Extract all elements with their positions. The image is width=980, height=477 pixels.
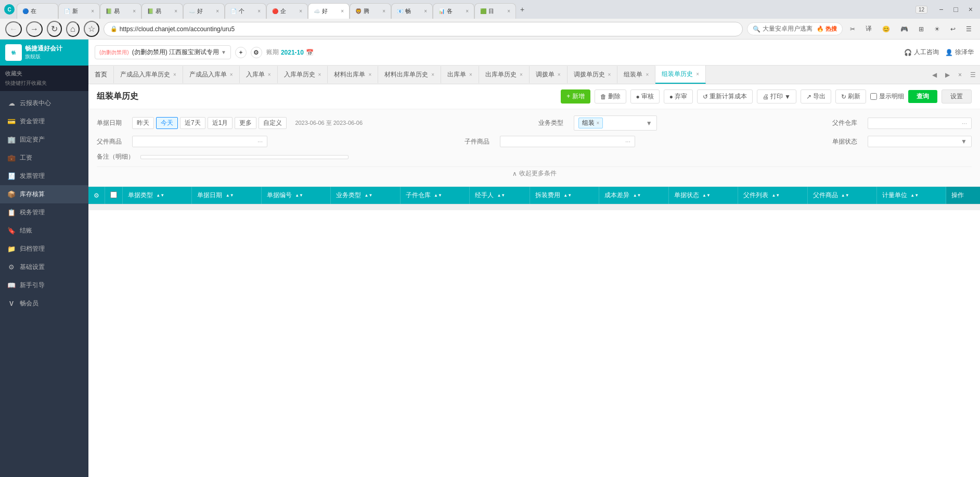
- undo-btn[interactable]: ↩: [947, 24, 959, 34]
- sidebar-item-invoice[interactable]: 🧾 发票管理: [0, 167, 88, 185]
- tab7-close[interactable]: ×: [299, 8, 302, 14]
- combine-history-close[interactable]: ×: [696, 71, 699, 77]
- page-tab-combine-history[interactable]: 组装单历史 ×: [655, 66, 706, 84]
- page-tab-assembly-history[interactable]: 调拨单历史 ×: [568, 66, 618, 83]
- abandon-btn[interactable]: ● 弃审: [664, 89, 693, 104]
- audit-btn[interactable]: ● 审核: [630, 89, 660, 104]
- filter-settings-btn[interactable]: 设置: [942, 89, 972, 104]
- today-btn[interactable]: 今天: [156, 117, 178, 129]
- th-bill-no[interactable]: 单据编号 ▲▼: [261, 187, 330, 204]
- page-tab-out-order[interactable]: 出库单 ×: [441, 66, 479, 83]
- sidebar-item-fixed-assets[interactable]: 🏢 固定资产: [0, 131, 88, 149]
- parent-item-input[interactable]: ···: [132, 136, 267, 147]
- browser-tab-2[interactable]: 📄 新 ×: [58, 3, 100, 19]
- calendar-icon[interactable]: 📅: [306, 49, 314, 56]
- page-tab-home[interactable]: 首页: [88, 66, 114, 83]
- parent-warehouse-input[interactable]: ···: [868, 118, 972, 129]
- sidebar-item-checkout[interactable]: 🔖 结账: [0, 222, 88, 240]
- scissors-btn[interactable]: ✂: [847, 24, 858, 34]
- user-profile-btn[interactable]: 👤 徐泽华: [945, 48, 974, 57]
- company-selector[interactable]: (勿删勿禁用) (勿删勿禁用) 江西服宝测试专用 ▼: [95, 45, 231, 59]
- th-settings[interactable]: ⚙: [88, 187, 105, 204]
- collapse-btn[interactable]: ∧ 收起更多条件: [97, 166, 972, 180]
- query-btn[interactable]: 查询: [908, 90, 937, 103]
- select-all-checkbox[interactable]: [110, 191, 117, 198]
- material-out-history-close[interactable]: ×: [431, 72, 434, 78]
- browser-tab-6[interactable]: 📄 个 ×: [225, 3, 266, 19]
- th-checkbox[interactable]: [105, 187, 123, 204]
- tab-scroll-left[interactable]: ◀: [928, 68, 941, 82]
- yesterday-btn[interactable]: 昨天: [132, 117, 154, 129]
- th-biz-type[interactable]: 业务类型 ▲▼: [331, 187, 400, 204]
- tab5-close[interactable]: ×: [216, 8, 219, 14]
- page-tab-in-order[interactable]: 入库单 ×: [240, 66, 278, 83]
- tab-close-all[interactable]: ×: [954, 68, 966, 82]
- sidebar-item-guide[interactable]: 📖 新手引导: [0, 276, 88, 294]
- brightness-btn[interactable]: ☀: [931, 24, 943, 34]
- th-cost-diff[interactable]: 成本差异 ▲▼: [599, 187, 668, 204]
- export-btn[interactable]: ↗ 导出: [801, 89, 831, 104]
- sidebar-item-inventory[interactable]: 📦 库存核算: [0, 185, 88, 203]
- page-tab-prod-in-history[interactable]: 产成品入库单历史 ×: [114, 66, 183, 83]
- child-item-input[interactable]: ···: [500, 136, 635, 147]
- browser-tab-8[interactable]: ☁️ 好 ×: [308, 3, 350, 19]
- assembly-history-close[interactable]: ×: [608, 72, 611, 78]
- sidebar-item-cloud-report[interactable]: ☁ 云报表中心: [0, 94, 88, 112]
- out-order-close[interactable]: ×: [469, 72, 472, 78]
- recalc-btn[interactable]: ↺ 重新计算成本: [697, 89, 753, 104]
- page-tab-material-out[interactable]: 材料出库单 ×: [328, 66, 378, 83]
- page-tab-out-history[interactable]: 出库单历史 ×: [479, 66, 530, 83]
- print-btn[interactable]: 🖨 打印 ▼: [757, 89, 796, 104]
- prod-in-history-close[interactable]: ×: [173, 72, 176, 78]
- browser-tab-9[interactable]: 🦁 腾 ×: [350, 3, 391, 19]
- in-history-close[interactable]: ×: [318, 72, 321, 78]
- back-btn[interactable]: ←: [5, 21, 22, 37]
- biz-type-input[interactable]: 组装 × ▼: [574, 115, 657, 131]
- last7-btn[interactable]: 近7天: [180, 117, 205, 129]
- tab10-close[interactable]: ×: [424, 8, 427, 14]
- new-tab-btn[interactable]: +: [516, 5, 528, 14]
- sidebar-item-vip[interactable]: V 畅会员: [0, 294, 88, 313]
- consultant-btn[interactable]: 🎧 人工咨询: [904, 48, 939, 57]
- tab12-close[interactable]: ×: [507, 8, 510, 14]
- tab-more-menu[interactable]: ☰: [966, 68, 980, 82]
- remark-input[interactable]: [140, 155, 349, 159]
- page-tab-in-history[interactable]: 入库单历史 ×: [278, 66, 328, 83]
- home-btn[interactable]: ⌂: [66, 21, 80, 37]
- prod-in-close[interactable]: ×: [230, 72, 233, 78]
- translate-btn[interactable]: 译: [862, 23, 875, 34]
- tab9-close[interactable]: ×: [382, 8, 385, 14]
- page-tab-combine[interactable]: 组装单 ×: [617, 66, 655, 83]
- th-bill-type[interactable]: 单据类型 ▲▼: [123, 187, 192, 204]
- th-disassembly-fee[interactable]: 拆装费用 ▲▼: [530, 187, 599, 204]
- th-parent-item[interactable]: 父件商品 ▲▼: [807, 187, 876, 204]
- reload-btn[interactable]: ↻: [47, 21, 62, 37]
- browser-tab-10[interactable]: 📧 畅 ×: [391, 3, 433, 19]
- address-bar[interactable]: 🔒 https://cloud.chanjet.com/accounting/u…: [104, 22, 743, 36]
- show-detail-checkbox[interactable]: [870, 93, 877, 100]
- th-unit[interactable]: 计量单位 ▲▼: [876, 187, 946, 204]
- th-bill-date[interactable]: 单据日期 ▲▼: [192, 187, 261, 204]
- game-btn[interactable]: 🎮: [897, 24, 911, 34]
- th-bill-status[interactable]: 单据状态 ▲▼: [668, 187, 738, 204]
- browser-tab-4[interactable]: 📗 易 ×: [141, 3, 183, 19]
- page-tab-prod-in[interactable]: 产成品入库单 ×: [183, 66, 240, 83]
- emoji-btn[interactable]: 😊: [879, 24, 893, 34]
- menu-btn[interactable]: ☰: [963, 24, 975, 34]
- status-input[interactable]: ▼: [868, 136, 972, 147]
- custom-date-btn[interactable]: 自定义: [259, 117, 287, 129]
- refresh-btn[interactable]: ↻ 刷新: [835, 89, 866, 104]
- tab2-close[interactable]: ×: [91, 8, 94, 14]
- page-tab-assembly[interactable]: 调拨单 ×: [530, 66, 568, 83]
- in-order-close[interactable]: ×: [268, 72, 271, 78]
- browser-search-bar[interactable]: 🔍 大量安卓用户逃离 🔥 热搜: [747, 22, 843, 35]
- browser-tab-11[interactable]: 📊 各 ×: [433, 3, 474, 19]
- bottom-scrollbar[interactable]: [88, 204, 980, 210]
- more-date-btn[interactable]: 更多: [235, 117, 256, 129]
- tab11-close[interactable]: ×: [466, 8, 469, 14]
- biz-type-tag-close[interactable]: ×: [597, 120, 600, 126]
- combine-close[interactable]: ×: [646, 72, 649, 78]
- out-history-close[interactable]: ×: [520, 72, 523, 78]
- th-child-warehouse[interactable]: 子件仓库 ▲▼: [400, 187, 469, 204]
- tab3-close[interactable]: ×: [133, 8, 136, 14]
